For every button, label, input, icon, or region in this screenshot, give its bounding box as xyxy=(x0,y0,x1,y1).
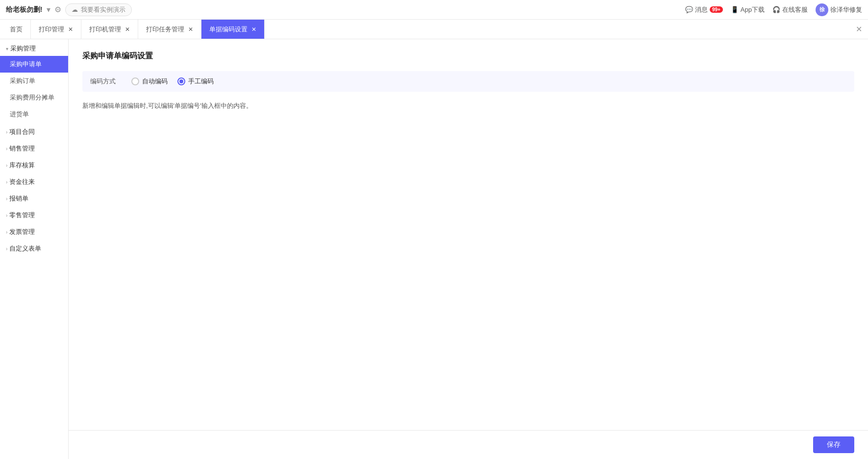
chevron-right-icon-4: › xyxy=(6,179,7,185)
description-text: 新增和编辑单据编辑时,可以编辑'单据编号'输入框中的内容。 xyxy=(82,102,854,110)
sidebar-group-funds-label: 资金往来 xyxy=(9,178,35,186)
headset-icon: 🎧 xyxy=(772,6,780,13)
search-bar[interactable]: ☁ 我要看实例演示 xyxy=(65,3,132,16)
app-download-label: App下载 xyxy=(741,5,765,14)
sidebar-group-funds-title[interactable]: › 资金往来 xyxy=(0,173,68,189)
online-service-label: 在线客服 xyxy=(782,5,808,14)
message-label: 消息 xyxy=(695,5,708,14)
sidebar-group-returns: › 报销单 xyxy=(0,189,68,206)
coding-label: 编码方式 xyxy=(90,77,116,86)
sidebar-item-purchase-req[interactable]: 采购申请单 xyxy=(0,56,68,73)
sidebar-group-invoice: › 发票管理 xyxy=(0,223,68,239)
sidebar: ▾ 采购管理 采购申请单 采购订单 采购费用分摊单 进货单 › 项目合同 xyxy=(0,39,69,459)
top-bar: 给老板勿删! ▾ ⚙ ☁ 我要看实例演示 💬 消息 99+ 📱 App下载 🎧 … xyxy=(0,0,868,20)
chevron-right-icon-6: › xyxy=(6,213,7,218)
sidebar-group-custom-label: 自定义表单 xyxy=(9,244,41,253)
manual-code-label: 手工编码 xyxy=(188,77,214,86)
sidebar-item-purchase-expense[interactable]: 采购费用分摊单 xyxy=(0,89,68,106)
phone-icon: 📱 xyxy=(731,6,739,13)
sidebar-group-custom-title[interactable]: › 自定义表单 xyxy=(0,239,68,256)
tab-bar-end: ✕ xyxy=(850,25,868,34)
tab-home[interactable]: 首页 xyxy=(2,20,31,39)
cloud-icon: ☁ xyxy=(72,6,78,13)
sidebar-group-retail: › 零售管理 xyxy=(0,206,68,223)
sidebar-group-project-label: 项目合同 xyxy=(9,128,35,136)
message-action[interactable]: 💬 消息 99+ xyxy=(685,5,723,14)
sidebar-group-project: › 项目合同 xyxy=(0,123,68,139)
radio-auto-code[interactable]: 自动编码 xyxy=(131,77,168,86)
dropdown-icon[interactable]: ▾ xyxy=(47,5,50,14)
radio-auto-circle xyxy=(131,77,139,85)
tab-printer-mgmt-close[interactable]: ✕ xyxy=(125,26,130,33)
settings-icon[interactable]: ⚙ xyxy=(54,5,61,14)
sidebar-group-retail-label: 零售管理 xyxy=(9,211,35,220)
tab-doc-code[interactable]: 单据编码设置 ✕ xyxy=(201,20,265,39)
sidebar-group-invoice-label: 发票管理 xyxy=(9,228,35,236)
radio-manual-code[interactable]: 手工编码 xyxy=(177,77,214,86)
sidebar-group-invoice-title[interactable]: › 发票管理 xyxy=(0,223,68,239)
chevron-right-icon-2: › xyxy=(6,146,7,152)
chevron-right-icon: › xyxy=(6,129,7,135)
sidebar-group-inventory-label: 库存核算 xyxy=(9,161,35,170)
sidebar-group-retail-title[interactable]: › 零售管理 xyxy=(0,206,68,223)
tab-bar-close-icon[interactable]: ✕ xyxy=(856,25,862,34)
sidebar-group-returns-title[interactable]: › 报销单 xyxy=(0,189,68,206)
content-footer: 保存 xyxy=(69,430,868,459)
chevron-down-icon: ▾ xyxy=(6,46,8,51)
tab-bar: 首页 打印管理 ✕ 打印机管理 ✕ 打印任务管理 ✕ 单据编码设置 ✕ ✕ xyxy=(0,20,868,39)
top-bar-right: 💬 消息 99+ 📱 App下载 🎧 在线客服 徐 徐泽华修复 xyxy=(685,3,862,16)
avatar-initials: 徐 xyxy=(819,6,825,13)
search-text: 我要看实例演示 xyxy=(81,5,125,14)
coding-mode-row: 编码方式 自动编码 手工编码 xyxy=(82,71,854,92)
chevron-right-icon-7: › xyxy=(6,230,7,235)
sidebar-item-purchase-order[interactable]: 采购订单 xyxy=(0,73,68,89)
content-main: 采购申请单编码设置 编码方式 自动编码 手工编码 新增和编辑单据编辑时,可以编辑… xyxy=(69,39,868,430)
content-area: 采购申请单编码设置 编码方式 自动编码 手工编码 新增和编辑单据编辑时,可以编辑… xyxy=(69,39,868,459)
chevron-right-icon-3: › xyxy=(6,163,7,168)
message-badge: 99+ xyxy=(710,6,723,13)
app-download-action[interactable]: 📱 App下载 xyxy=(731,5,765,14)
sidebar-group-inventory-title[interactable]: › 库存核算 xyxy=(0,156,68,173)
tab-printer-mgmt-label: 打印机管理 xyxy=(89,25,121,34)
sidebar-group-purchase: ▾ 采购管理 采购申请单 采购订单 采购费用分摊单 进货单 xyxy=(0,39,68,123)
tab-print-mgmt-close[interactable]: ✕ xyxy=(68,26,73,33)
tab-printer-mgmt[interactable]: 打印机管理 ✕ xyxy=(81,20,138,39)
sidebar-group-sales-label: 销售管理 xyxy=(9,144,35,153)
auto-code-label: 自动编码 xyxy=(142,77,168,86)
sidebar-group-sales: › 销售管理 xyxy=(0,139,68,156)
tab-print-task-label: 打印任务管理 xyxy=(146,25,184,34)
tab-doc-code-label: 单据编码设置 xyxy=(209,25,248,34)
sidebar-group-funds: › 资金往来 xyxy=(0,173,68,189)
top-bar-left: 给老板勿删! ▾ ⚙ ☁ 我要看实例演示 xyxy=(6,3,132,16)
tab-home-label: 首页 xyxy=(10,25,23,34)
save-button[interactable]: 保存 xyxy=(813,436,854,453)
sidebar-group-purchase-label: 采购管理 xyxy=(10,44,36,53)
tab-print-task[interactable]: 打印任务管理 ✕ xyxy=(138,20,201,39)
chevron-right-icon-8: › xyxy=(6,246,7,252)
brand-label: 给老板勿删! xyxy=(6,5,43,14)
user-action[interactable]: 徐 徐泽华修复 xyxy=(816,3,862,16)
user-name: 徐泽华修复 xyxy=(830,5,862,14)
avatar: 徐 xyxy=(816,3,828,16)
tab-print-mgmt[interactable]: 打印管理 ✕ xyxy=(31,20,81,39)
sidebar-group-sales-title[interactable]: › 销售管理 xyxy=(0,139,68,156)
sidebar-group-inventory: › 库存核算 xyxy=(0,156,68,173)
sidebar-group-purchase-title[interactable]: ▾ 采购管理 xyxy=(0,39,68,56)
chevron-right-icon-5: › xyxy=(6,196,7,202)
page-title: 采购申请单编码设置 xyxy=(82,51,854,61)
radio-manual-circle xyxy=(177,77,185,85)
message-icon: 💬 xyxy=(685,6,693,13)
tab-doc-code-close[interactable]: ✕ xyxy=(251,26,256,33)
main-layout: ▾ 采购管理 采购申请单 采购订单 采购费用分摊单 进货单 › 项目合同 xyxy=(0,39,868,459)
online-service-action[interactable]: 🎧 在线客服 xyxy=(772,5,808,14)
radio-group-coding: 自动编码 手工编码 xyxy=(131,77,214,86)
sidebar-group-custom: › 自定义表单 xyxy=(0,239,68,256)
tab-print-mgmt-label: 打印管理 xyxy=(39,25,64,34)
sidebar-group-project-title[interactable]: › 项目合同 xyxy=(0,123,68,139)
sidebar-item-stock-in[interactable]: 进货单 xyxy=(0,106,68,123)
sidebar-group-returns-label: 报销单 xyxy=(9,194,28,203)
tab-print-task-close[interactable]: ✕ xyxy=(188,26,193,33)
